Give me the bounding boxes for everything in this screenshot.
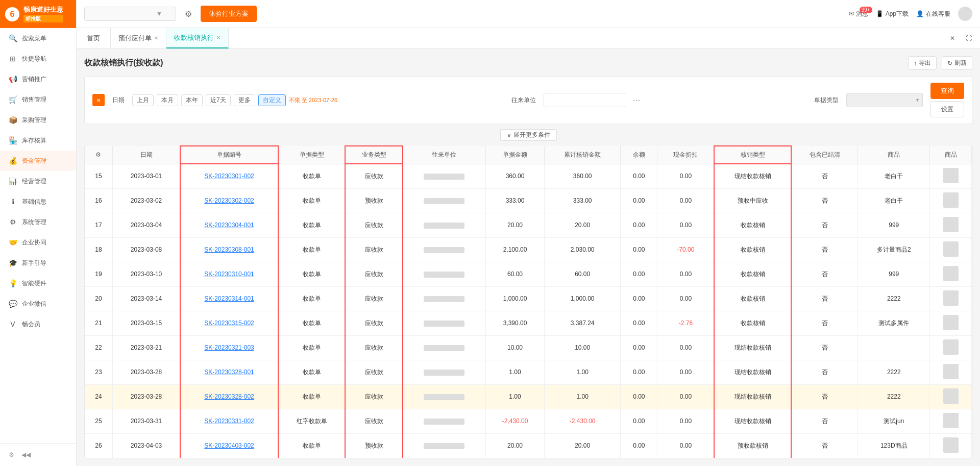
sidebar-item-system[interactable]: ⚙ 系统管理 [0, 212, 76, 232]
sidebar-item-label: 企业协同 [22, 238, 46, 247]
chevron-down-icon[interactable]: ▼ [156, 10, 162, 17]
voucher-type-select-wrap [846, 93, 923, 107]
online-service-label: 在线客服 [926, 10, 950, 18]
sidebar-item-marketing[interactable]: 📢 营销推广 [0, 69, 76, 89]
sidebar-item-enterprise[interactable]: 🤝 企业协同 [0, 232, 76, 253]
voucher-link[interactable]: SK-20230403-002 [204, 442, 254, 449]
settings-icon[interactable]: ⚙ [5, 449, 17, 461]
date-btn-last-month[interactable]: 上月 [132, 94, 154, 106]
voucher-link[interactable]: SK-20230304-001 [204, 222, 254, 229]
col-header-gear[interactable]: ⚙ [85, 146, 112, 164]
col-header-amount[interactable]: 单据金额 [486, 146, 545, 164]
topbar-gear-icon[interactable]: ⚙ [181, 7, 195, 21]
cell-include-cleared: 否 [791, 335, 858, 360]
voucher-link[interactable]: SK-20230310-001 [204, 271, 254, 278]
cell-no: 26 [85, 433, 112, 458]
cell-voucher-type: 收款单 [278, 213, 346, 237]
set-button[interactable]: 设置 [930, 101, 964, 117]
col-header-biz-type[interactable]: 业务类型 [345, 146, 402, 164]
cell-goods2 [930, 433, 972, 458]
date-btn-7days[interactable]: 近7天 [206, 94, 231, 106]
sidebar-item-purchase[interactable]: 📦 采购管理 [0, 110, 76, 130]
tab-home[interactable]: 首页 [77, 28, 111, 48]
logo-icon: 6 [5, 7, 19, 21]
user-avatar[interactable] [958, 7, 972, 21]
collapse-icon[interactable]: ◀◀ [20, 449, 32, 461]
col-header-cash-discount[interactable]: 现金折扣 [657, 146, 714, 164]
sidebar-item-member[interactable]: V 畅会员 [0, 314, 76, 334]
app-download-action[interactable]: 📱 App下载 [876, 10, 909, 18]
cell-cash-discount: 0.00 [657, 213, 714, 237]
col-header-include-cleared[interactable]: 包含已结清 [791, 146, 858, 164]
sidebar-item-label: 新手引导 [22, 259, 46, 267]
sidebar-item-basic[interactable]: ℹ 基础信息 [0, 191, 76, 212]
sidebar-item-hardware[interactable]: 💡 智能硬件 [0, 273, 76, 293]
sidebar-item-operation[interactable]: 📊 经营管理 [0, 171, 76, 191]
tab-expand-btn[interactable]: ⛶ [963, 32, 975, 44]
topbar-search-input[interactable] [89, 10, 155, 17]
voucher-link[interactable]: SK-20230314-001 [204, 295, 254, 302]
cell-partner [403, 458, 486, 458]
cell-biz-type: 应收款 [345, 213, 402, 237]
voucher-link[interactable]: SK-20230328-002 [204, 393, 254, 400]
voucher-link[interactable]: SK-20230308-001 [204, 246, 254, 253]
online-service-action[interactable]: 👤 在线客服 [916, 10, 950, 18]
partner-filter-dots[interactable]: ··· [633, 95, 641, 106]
tab-prepay-close[interactable]: ✕ [154, 35, 158, 41]
cell-partner [403, 433, 486, 458]
col-header-voucher-no[interactable]: 单据编号 [180, 146, 278, 164]
tab-close-btn[interactable]: ✕ [946, 32, 959, 44]
col-header-goods2[interactable]: 商品 [930, 146, 972, 164]
cell-verify-type: 现结收款核销 [714, 335, 791, 360]
date-btn-this-month[interactable]: 本月 [157, 94, 178, 106]
table-container[interactable]: ⚙ 日期 单据编号 单据类型 业务类型 往来单位 单据金额 累计核销金额 余额 … [84, 145, 972, 458]
voucher-link[interactable]: SK-20230302-002 [204, 197, 254, 204]
sidebar-item-inventory[interactable]: 🏪 库存核算 [0, 130, 76, 151]
partner-filter-input[interactable] [544, 93, 625, 107]
voucher-link[interactable]: SK-20230328-001 [204, 369, 254, 376]
col-header-verify-type[interactable]: 核销类型 [714, 146, 791, 164]
operation-icon: 📊 [8, 176, 18, 186]
export-button[interactable]: ↑ 导出 [908, 56, 937, 70]
messages-action[interactable]: ✉ 消息 99+ [849, 10, 868, 18]
date-btn-this-year[interactable]: 本年 [181, 94, 203, 106]
date-btn-custom[interactable]: 自定义 [258, 94, 286, 106]
cell-biz-type: 预收款 [345, 188, 402, 213]
tab-collection[interactable]: 收款核销执行 ✕ [166, 28, 229, 48]
cell-biz-type: 应收款 [345, 458, 402, 458]
expand-more-button[interactable]: ∨ 展开更多条件 [500, 129, 557, 141]
cell-verify-type: 现结收款核销 [714, 384, 791, 409]
filter-expand-button[interactable]: » [92, 94, 105, 106]
cell-amount: 360.00 [486, 164, 545, 188]
voucher-link[interactable]: SK-20230301-002 [204, 173, 254, 180]
sidebar-item-sales[interactable]: 🛒 销售管理 [0, 89, 76, 110]
sidebar-item-search[interactable]: 🔍 搜索菜单 [0, 28, 76, 48]
refresh-button[interactable]: ↻ 刷新 [942, 56, 972, 70]
col-header-partner[interactable]: 往来单位 [403, 146, 486, 164]
sidebar-item-guide[interactable]: 🎓 新手引导 [0, 253, 76, 273]
cell-cash-discount: 0.00 [657, 360, 714, 384]
cell-goods2 [930, 188, 972, 213]
col-header-voucher-type[interactable]: 单据类型 [278, 146, 346, 164]
col-header-date[interactable]: 日期 [112, 146, 180, 164]
solution-button[interactable]: 体验行业方案 [201, 6, 257, 22]
tab-collection-close[interactable]: ✕ [216, 35, 220, 40]
cell-goods2 [930, 335, 972, 360]
query-button[interactable]: 查询 [930, 83, 964, 99]
voucher-link[interactable]: SK-20230321-003 [204, 344, 254, 351]
table-row: 19 2023-03-10 SK-20230310-001 收款单 应收款 60… [85, 262, 972, 286]
voucher-type-select[interactable] [846, 93, 923, 107]
topbar-search-box: ▼ [84, 7, 176, 21]
date-btn-more[interactable]: 更多 [234, 94, 255, 106]
col-header-verify-amount[interactable]: 累计核销金额 [545, 146, 621, 164]
cell-voucher-no: SK-20230315-002 [180, 311, 278, 335]
tab-prepay[interactable]: 预付应付单 ✕ [111, 28, 166, 48]
voucher-link[interactable]: SK-20230315-002 [204, 320, 254, 327]
col-header-goods[interactable]: 商品 [858, 146, 930, 164]
sidebar-item-finance[interactable]: 💰 资金管理 [0, 151, 76, 171]
sidebar-item-quick-nav[interactable]: ⊞ 快捷导航 [0, 48, 76, 69]
sidebar-item-wechat[interactable]: 💬 企业微信 [0, 293, 76, 314]
voucher-link[interactable]: SK-20230331-002 [204, 418, 254, 425]
cell-partner [403, 188, 486, 213]
col-header-balance[interactable]: 余额 [621, 146, 657, 164]
